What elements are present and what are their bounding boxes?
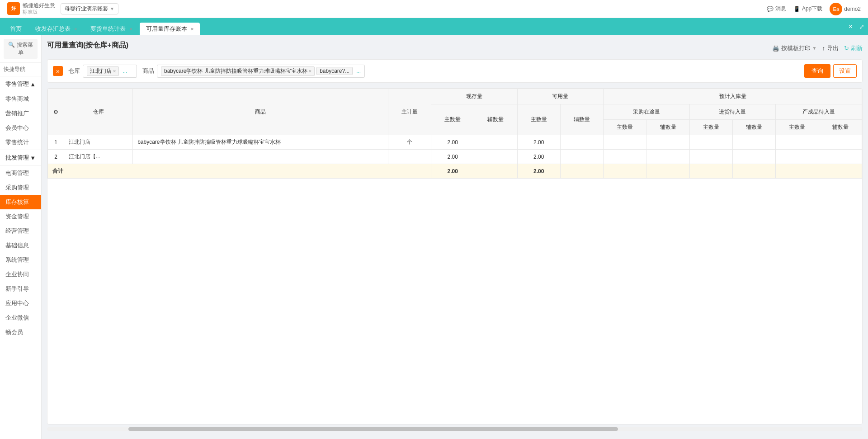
app-download-label: App下载 [802, 5, 822, 13]
table-row: 1 江北门店 babycare学饮杯 儿童防摔防撞吸管杯重力球吸嘴杯宝宝水杯 个… [48, 135, 862, 150]
retail-arrow: ▲ [30, 81, 36, 88]
sidebar-item-inventory[interactable]: 库存核算 [0, 195, 41, 209]
sidebar-item-members[interactable]: 会员中心 [0, 121, 41, 135]
warehouse-label: 仓库 [68, 67, 80, 75]
sidebar-item-purchase[interactable]: 采购管理 [0, 180, 41, 195]
tab-receive-close[interactable]: × [74, 26, 77, 32]
th-unit: 主计量 [388, 89, 431, 135]
refresh-btn[interactable]: ↻ 刷新 [844, 44, 863, 52]
tab-order-close[interactable]: × [129, 26, 132, 32]
row2-available-main: 2.00 [517, 150, 560, 164]
print-template-btn[interactable]: 🖨️ 按模板打印 ▼ [772, 44, 817, 52]
scrollbar-thumb[interactable] [128, 427, 618, 431]
app-download-btn[interactable]: 📱 App下载 [793, 5, 822, 13]
setting-btn[interactable]: 设置 [833, 64, 857, 78]
sidebar-item-marketing[interactable]: 营销推广 [0, 106, 41, 121]
sidebar-item-appcenter[interactable]: 应用中心 [0, 296, 41, 311]
footer-label: 合计 [48, 164, 431, 179]
data-table: ⚙ 仓库 商品 主计量 现存量 可用量 预计入库量 主数量 辅数量 主数量 辅数… [47, 89, 862, 179]
message-btn[interactable]: 💬 消息 [767, 5, 786, 13]
footer-pra-main [776, 164, 819, 179]
warehouse-more[interactable]: ... [123, 68, 127, 74]
th-pt-aux: 辅数量 [646, 120, 689, 135]
tab-order-label: 要货单统计表 [90, 25, 126, 33]
sidebar-item-wechat[interactable]: 企业微信 [0, 311, 41, 325]
th-settings[interactable]: ⚙ [48, 89, 64, 135]
sidebar-search[interactable]: 🔍 搜索菜单 [0, 35, 41, 63]
th-available-aux: 辅数量 [560, 104, 603, 135]
product-filter: 商品 babycare学饮杯 儿童防摔防撞吸管杯重力球吸嘴杯宝宝水杯 × bab… [142, 65, 365, 78]
sidebar-item-basics[interactable]: 基础信息 [0, 238, 41, 253]
close-all-tabs-btn[interactable]: × [846, 22, 855, 32]
user-area[interactable]: Ea demo2 [830, 3, 861, 15]
warehouse-tag-remove[interactable]: × [113, 68, 116, 74]
tab-available-close[interactable]: × [191, 26, 193, 32]
footer-current-aux [474, 164, 517, 179]
filter-toggle-btn[interactable]: » [53, 66, 63, 76]
tab-home-label: 首页 [10, 25, 22, 33]
table-footer-row: 合计 2.00 2.00 [48, 164, 862, 179]
row1-pt-aux [646, 135, 689, 150]
scrollbar-track[interactable] [47, 427, 863, 431]
row1-current-main: 2.00 [431, 135, 474, 150]
tab-order-summary[interactable]: 要货单统计表 × [84, 23, 138, 35]
sidebar-item-system[interactable]: 系统管理 [0, 253, 41, 267]
row2-pt-main [604, 150, 646, 164]
content-area: 可用量查询(按仓库+商品) 🖨️ 按模板打印 ▼ ↑ 导出 ↻ 刷新 » [42, 35, 868, 439]
footer-pra-aux [819, 164, 862, 179]
sidebar-item-retail-stats[interactable]: 零售统计 [0, 135, 41, 150]
tab-available-ledger[interactable]: 可用量库存账本 × [140, 23, 200, 35]
row2-current-aux [474, 150, 517, 164]
row2-warehouse: 江北门店【... [64, 150, 133, 164]
product-input[interactable]: babycare学饮杯 儿童防摔防撞吸管杯重力球吸嘴杯宝宝水杯 × babyca… [157, 65, 365, 78]
sidebar-section-wholesale: 批发管理 ▼ [0, 150, 41, 166]
row1-current-aux [474, 135, 517, 150]
tab-receive-summary[interactable]: 收发存汇总表 × [29, 23, 83, 35]
query-btn[interactable]: 查询 [804, 64, 830, 78]
row1-available-aux [560, 135, 603, 150]
th-product: 商品 [133, 89, 388, 135]
industry-selector[interactable]: 母婴行业演示账套 ▼ [61, 3, 118, 14]
th-current-aux: 辅数量 [474, 104, 517, 135]
logo-text-block: 畅捷通好生意 标准版 [23, 2, 55, 15]
footer-pt-main [604, 164, 646, 179]
logo-area: 好 畅捷通好生意 标准版 [7, 2, 55, 15]
product-tag-1-remove[interactable]: × [309, 68, 311, 74]
message-label: 消息 [775, 5, 786, 13]
wholesale-label: 批发管理 [5, 154, 29, 162]
nav-tabs-right: × ⤢ [846, 22, 864, 32]
row2-current-main: 2.00 [431, 150, 474, 164]
sidebar-item-ecommerce[interactable]: 电商管理 [0, 166, 41, 180]
data-table-container: ⚙ 仓库 商品 主计量 现存量 可用量 预计入库量 主数量 辅数量 主数量 辅数… [47, 88, 863, 425]
sidebar-item-member[interactable]: 畅会员 [0, 325, 41, 340]
sidebar-item-newbie[interactable]: 新手引导 [0, 282, 41, 296]
th-pa-aux: 辅数量 [732, 120, 775, 135]
sidebar-item-retail-mall[interactable]: 零售商城 [0, 92, 41, 106]
product-more[interactable]: ... [356, 68, 361, 74]
row2-product [133, 150, 388, 164]
logo-icon: 好 [7, 2, 20, 15]
sidebar-item-enterprise[interactable]: 企业协同 [0, 267, 41, 282]
warehouse-input[interactable]: 江北门店 × ... [83, 65, 137, 78]
row2-pra-main [776, 150, 819, 164]
tab-home[interactable]: 首页 [4, 23, 28, 35]
row1-pt-main [604, 135, 646, 150]
th-pra-aux: 辅数量 [819, 120, 862, 135]
expand-btn[interactable]: ⤢ [859, 23, 864, 30]
app-icon: 📱 [793, 6, 800, 12]
footer-pt-aux [646, 164, 689, 179]
export-icon: ↑ [822, 45, 826, 52]
th-planned-inbound: 预计入库量 [604, 89, 862, 104]
top-bar: 好 畅捷通好生意 标准版 母婴行业演示账套 ▼ 💬 消息 📱 App下载 Ea … [0, 0, 868, 18]
search-menu-btn[interactable]: 🔍 搜索菜单 [4, 39, 38, 59]
main-layout: 🔍 搜索菜单 快捷导航 零售管理 ▲ 零售商城 营销推广 会员中心 零售统计 [0, 35, 868, 439]
wholesale-section-header[interactable]: 批发管理 ▼ [0, 150, 41, 165]
sidebar-item-operations[interactable]: 经营管理 [0, 224, 41, 238]
top-bar-left: 好 畅捷通好生意 标准版 母婴行业演示账套 ▼ [7, 2, 118, 15]
row2-available-aux [560, 150, 603, 164]
retail-section-header[interactable]: 零售管理 ▲ [0, 76, 41, 92]
export-btn[interactable]: ↑ 导出 [822, 44, 839, 52]
th-pt-main: 主数量 [604, 120, 646, 135]
sidebar-quick-nav[interactable]: 快捷导航 [0, 63, 41, 76]
sidebar-item-finance[interactable]: 资金管理 [0, 209, 41, 224]
